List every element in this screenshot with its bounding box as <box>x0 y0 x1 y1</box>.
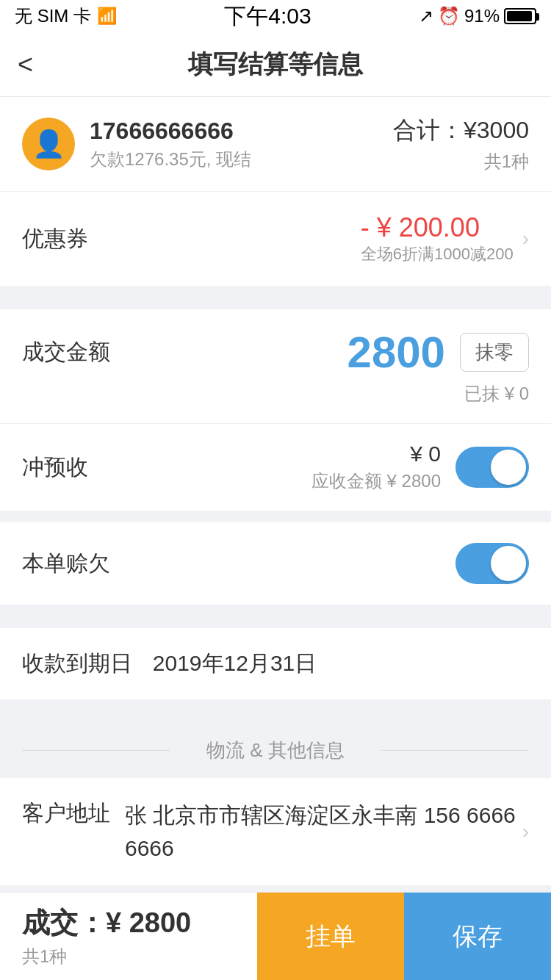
debt-toggle-knob <box>491 546 526 581</box>
logistics-label: 物流 & 其他信息 <box>206 738 345 763</box>
debt-toggle[interactable] <box>455 543 529 584</box>
status-left: 无 SIM 卡 📶 <box>15 4 117 28</box>
prepay-section: 冲预收 ¥ 0 应收金额 ¥ 2800 <box>0 423 551 511</box>
customer-section: 👤 17666666666 欠款1276.35元, 现结 合计：¥3000 共1… <box>0 97 551 286</box>
customer-phone: 17666666666 <box>90 118 393 145</box>
round-button[interactable]: 抹零 <box>460 333 529 372</box>
separator-3 <box>0 616 551 628</box>
duedate-section: 收款到期日 2019年12月31日 <box>0 628 551 699</box>
status-time: 下午4:03 <box>224 1 311 32</box>
amount-row-container: 成交金额 2800 抹零 已抹 ¥ 0 <box>0 309 551 423</box>
coupon-desc: 全场6折满1000减200 <box>361 243 514 265</box>
bottom-deal: 成交：¥ 2800 <box>22 904 235 942</box>
alarm-icon: ⏰ <box>438 6 460 26</box>
amount-right: 2800 抹零 <box>347 327 529 378</box>
coupon-amount: - ¥ 200.00 <box>361 212 514 243</box>
chevron-right-icon: › <box>522 227 529 251</box>
coupon-label: 优惠券 <box>22 224 88 254</box>
avatar: 👤 <box>22 118 75 170</box>
customer-info: 17666666666 欠款1276.35元, 现结 <box>90 118 393 171</box>
coupon-row[interactable]: 优惠券 - ¥ 200.00 全场6折满1000减200 › <box>0 191 551 286</box>
total-amount: 合计：¥3000 <box>393 115 529 147</box>
page-title: 填写结算等信息 <box>188 48 363 82</box>
debt-row: 本单赊欠 <box>22 543 529 584</box>
bottom-count: 共1种 <box>22 945 235 968</box>
toggle-knob <box>491 450 526 485</box>
debt-section: 本单赊欠 <box>0 522 551 605</box>
nav-bar: < 填写结算等信息 <box>0 32 551 97</box>
customer-sub: 欠款1276.35元, 现结 <box>90 148 393 171</box>
battery-percent: 91% <box>464 6 500 26</box>
prepay-row: 冲预收 ¥ 0 应收金额 ¥ 2800 <box>22 442 529 493</box>
wifi-icon: 📶 <box>97 7 117 26</box>
prepay-value: ¥ 0 应收金额 ¥ 2800 <box>311 442 441 493</box>
battery-icon <box>504 8 536 24</box>
status-right: ↗ ⏰ 91% <box>419 6 536 26</box>
save-button[interactable]: 保存 <box>404 893 551 981</box>
coupon-right: - ¥ 200.00 全场6折满1000减200 › <box>361 212 529 265</box>
debt-label: 本单赊欠 <box>22 549 110 579</box>
customer-row: 👤 17666666666 欠款1276.35元, 现结 合计：¥3000 共1… <box>0 97 551 191</box>
separator-4 <box>0 711 551 723</box>
back-button[interactable]: < <box>18 49 33 80</box>
address-left: 客户地址 张 北京市市辖区海淀区永丰南 156 6666 6666 <box>22 799 522 865</box>
address-section[interactable]: 客户地址 张 北京市市辖区海淀区永丰南 156 6666 6666 › <box>0 778 551 885</box>
amount-erased: 已抹 ¥ 0 <box>22 382 529 406</box>
prepay-toggle[interactable] <box>455 447 529 488</box>
logistics-separator: 物流 & 其他信息 <box>0 723 551 778</box>
coupon-info: - ¥ 200.00 全场6折满1000减200 <box>361 212 514 265</box>
status-bar: 无 SIM 卡 📶 下午4:03 ↗ ⏰ 91% <box>0 0 551 32</box>
bottom-summary: 成交：¥ 2800 共1种 <box>0 904 257 968</box>
amount-label: 成交金额 <box>22 337 110 367</box>
location-icon: ↗ <box>419 6 433 26</box>
carrier-text: 无 SIM 卡 <box>15 4 91 28</box>
prepay-label: 冲预收 <box>22 453 88 483</box>
bottom-bar: 成交：¥ 2800 共1种 挂单 保存 <box>0 892 551 980</box>
hold-button[interactable]: 挂单 <box>257 893 404 981</box>
address-value: 张 北京市市辖区海淀区永丰南 156 6666 6666 <box>125 799 522 865</box>
logistics-line-left <box>22 750 170 751</box>
bottom-deal-amount: ¥ 2800 <box>106 907 191 938</box>
duedate-label: 收款到期日 <box>22 651 132 675</box>
prepay-right: ¥ 0 应收金额 ¥ 2800 <box>311 442 529 493</box>
amount-row: 成交金额 2800 抹零 <box>22 327 529 378</box>
separator-2 <box>0 511 551 522</box>
total-sub: 共1种 <box>393 150 529 173</box>
customer-total: 合计：¥3000 共1种 <box>393 115 529 173</box>
address-label: 客户地址 <box>22 799 110 829</box>
amount-value: 2800 <box>347 327 445 378</box>
logistics-line-right <box>381 750 529 751</box>
prepay-sub: 应收金额 ¥ 2800 <box>311 469 441 493</box>
deal-amount-section: 成交金额 2800 抹零 已抹 ¥ 0 冲预收 ¥ 0 应收金额 ¥ 2800 <box>0 309 551 511</box>
address-chevron-icon: › <box>522 820 529 843</box>
separator-1 <box>0 298 551 309</box>
bottom-deal-label: 成交： <box>22 907 106 938</box>
duedate-value: 2019年12月31日 <box>153 651 317 675</box>
avatar-icon: 👤 <box>32 129 65 159</box>
prepay-amount: ¥ 0 <box>311 442 441 466</box>
